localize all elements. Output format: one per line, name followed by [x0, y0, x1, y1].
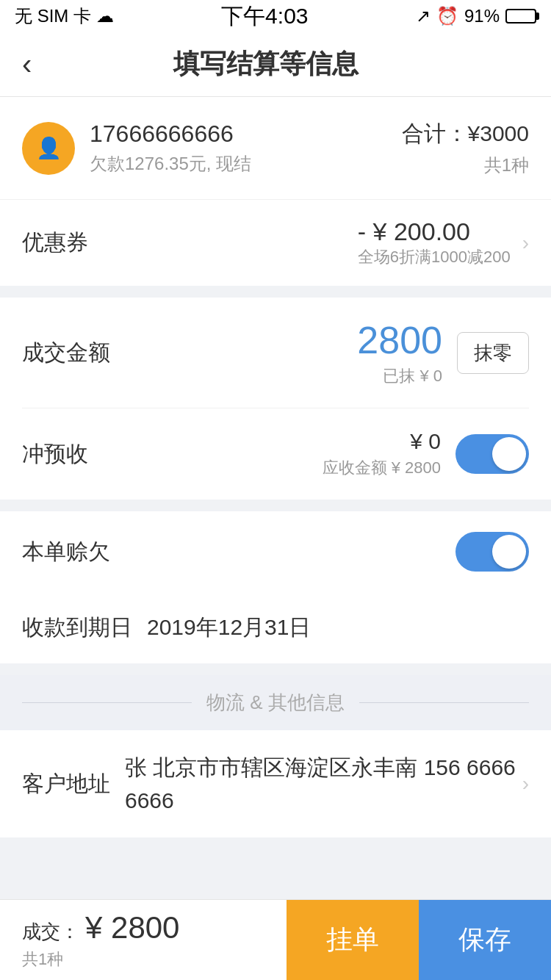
- credit-label: 本单赊欠: [22, 537, 110, 567]
- credit-toggle[interactable]: [455, 532, 529, 572]
- credit-section: 本单赊欠 收款到期日 2019年12月31日: [0, 511, 551, 663]
- separator-3: [0, 663, 551, 675]
- divider-line-left: [22, 702, 192, 703]
- customer-info: 17666666666 欠款1276.35元, 现结: [90, 120, 251, 176]
- coupon-row[interactable]: 优惠券 - ¥ 200.00 全场6折满1000减200 ›: [0, 199, 551, 286]
- customer-card: 👤 17666666666 欠款1276.35元, 现结 合计：¥3000 共1…: [0, 97, 551, 199]
- customer-total: 合计：¥3000: [402, 119, 529, 149]
- bottom-bar: 成交： ¥ 2800 共1种 挂单 保存: [0, 899, 551, 980]
- deal-amount-note: 已抹 ¥ 0: [357, 365, 442, 387]
- nav-bar: ‹ 填写结算等信息: [0, 32, 551, 97]
- summary-deal-label: 成交：: [22, 919, 79, 945]
- hang-label: 挂单: [326, 922, 379, 958]
- credit-row: 本单赊欠: [22, 511, 529, 592]
- coupon-amount: - ¥ 200.00: [358, 217, 511, 246]
- logistics-divider: 物流 & 其他信息: [0, 675, 551, 730]
- address-row[interactable]: 客户地址 张 北京市市辖区海淀区永丰南 156 6666 6666 ›: [0, 730, 551, 837]
- customer-count: 共1种: [402, 154, 529, 177]
- customer-info-left: 👤 17666666666 欠款1276.35元, 现结: [22, 120, 251, 176]
- status-time: 下午4:03: [221, 1, 308, 32]
- battery-icon: [505, 9, 536, 24]
- customer-debt: 欠款1276.35元, 现结: [90, 152, 251, 176]
- credit-toggle-knob: [492, 535, 526, 569]
- coupon-label: 优惠券: [22, 228, 88, 258]
- separator-2: [0, 500, 551, 511]
- save-button[interactable]: 保存: [419, 900, 551, 981]
- logistics-label: 物流 & 其他信息: [206, 690, 345, 716]
- prepay-toggle[interactable]: [455, 434, 529, 474]
- sim-label: 无 SIM 卡 ☁: [15, 4, 114, 28]
- location-icon: ↗: [416, 6, 431, 26]
- prepay-amount-wrap: ¥ 0 应收金额 ¥ 2800: [323, 429, 441, 479]
- summary-count: 共1种: [22, 948, 264, 970]
- prepay-label: 冲预收: [22, 439, 88, 469]
- customer-total-info: 合计：¥3000 共1种: [402, 119, 529, 177]
- due-date-row: 收款到期日 2019年12月31日: [22, 592, 529, 663]
- deal-amount-right: 2800 已抹 ¥ 0 抹零: [357, 318, 529, 387]
- separator-1: [0, 286, 551, 298]
- page-title: 填写结算等信息: [46, 46, 485, 82]
- status-left: 无 SIM 卡 ☁: [15, 4, 114, 28]
- battery-percent: 91%: [464, 6, 500, 26]
- address-content: 张 北京市市辖区海淀区永丰南 156 6666 6666: [125, 751, 522, 817]
- divider-line-right: [359, 702, 529, 703]
- prepay-amount: ¥ 0: [323, 429, 441, 454]
- back-button[interactable]: ‹: [22, 48, 32, 81]
- due-date-label: 收款到期日: [22, 613, 132, 643]
- coupon-chevron-icon: ›: [522, 231, 529, 255]
- coupon-desc: 全场6折满1000减200: [358, 246, 511, 268]
- status-bar: 无 SIM 卡 ☁ 下午4:03 ↗ ⏰ 91%: [0, 0, 551, 32]
- bottom-summary: 成交： ¥ 2800 共1种: [0, 910, 287, 970]
- address-label: 客户地址: [22, 769, 110, 799]
- address-chevron-icon: ›: [522, 772, 529, 796]
- coupon-right: - ¥ 200.00 全场6折满1000减200 ›: [358, 217, 529, 268]
- status-right: ↗ ⏰ 91%: [416, 6, 536, 26]
- round-button[interactable]: 抹零: [457, 332, 529, 374]
- deal-amount-section: 成交金额 2800 已抹 ¥ 0 抹零 冲预收 ¥ 0 应收金额 ¥ 2800: [0, 298, 551, 500]
- customer-phone: 17666666666: [90, 120, 251, 148]
- toggle-knob: [492, 437, 526, 471]
- deal-amount-label: 成交金额: [22, 338, 110, 368]
- prepay-row: 冲预收 ¥ 0 应收金额 ¥ 2800: [22, 408, 529, 500]
- prepay-note: 应收金额 ¥ 2800: [323, 457, 441, 479]
- deal-amount-row: 成交金额 2800 已抹 ¥ 0 抹零: [22, 298, 529, 408]
- deal-amount-value: 2800: [357, 318, 442, 362]
- avatar-icon: 👤: [36, 136, 62, 160]
- alarm-icon: ⏰: [436, 6, 458, 26]
- summary-amount: ¥ 2800: [85, 910, 179, 945]
- hang-button[interactable]: 挂单: [287, 900, 419, 981]
- avatar: 👤: [22, 122, 75, 175]
- due-date-value: 2019年12月31日: [147, 613, 311, 643]
- save-label: 保存: [458, 922, 511, 958]
- prepay-right: ¥ 0 应收金额 ¥ 2800: [323, 429, 529, 479]
